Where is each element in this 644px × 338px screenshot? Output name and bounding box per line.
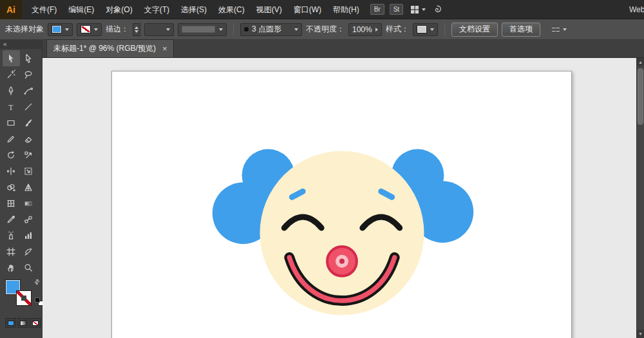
stroke-weight-stepper[interactable] xyxy=(133,23,140,36)
menu-edit[interactable]: 编辑(E) xyxy=(62,0,100,19)
variable-width-profile-dropdown[interactable]: 3 点圆形 xyxy=(240,23,302,36)
stroke-swatch[interactable] xyxy=(16,290,32,306)
color-mode-buttons xyxy=(5,318,42,328)
color-mode-button[interactable] xyxy=(5,318,16,328)
none-mode-button[interactable] xyxy=(30,318,41,328)
gradient-mode-button[interactable] xyxy=(17,318,28,328)
variable-width-profile-value: 3 点圆形 xyxy=(252,24,281,35)
style-label: 样式： xyxy=(386,24,409,35)
eyedropper-tool[interactable] xyxy=(3,211,20,227)
separator xyxy=(444,23,445,37)
stock-button[interactable]: St xyxy=(390,4,403,15)
opacity-value: 100% xyxy=(352,25,372,34)
panel-options-icon[interactable] xyxy=(551,24,567,35)
main-menu: 文件(F) 编辑(E) 对象(O) 文字(T) 选择(S) 效果(C) 视图(V… xyxy=(26,0,365,19)
fill-color-swatch xyxy=(52,25,62,33)
opacity-label: 不透明度： xyxy=(306,24,345,35)
style-dropdown[interactable] xyxy=(413,23,438,36)
stroke-hole xyxy=(21,296,26,301)
direct-selection-tool[interactable] xyxy=(20,50,37,66)
menu-window[interactable]: 窗口(W) xyxy=(288,0,327,19)
tools-panel: « T xyxy=(0,40,43,338)
column-graph-tool[interactable] xyxy=(20,227,37,243)
rotate-tool[interactable] xyxy=(3,147,20,163)
fill-color-dropdown[interactable] xyxy=(48,23,73,36)
tab-bar: 未标题-1* @ 96% (RGB/预览) × xyxy=(43,40,644,58)
artboard[interactable] xyxy=(111,71,572,338)
magic-wand-tool[interactable] xyxy=(3,66,20,82)
opacity-field[interactable]: 100% xyxy=(348,23,382,36)
pencil-tool[interactable] xyxy=(3,131,20,147)
menu-effect[interactable]: 效果(C) xyxy=(213,0,251,19)
gradient-tool[interactable] xyxy=(20,195,37,211)
zoom-tool[interactable] xyxy=(20,259,37,276)
fill-stroke-controls: ⇄ xyxy=(5,279,41,312)
eraser-tool[interactable] xyxy=(20,131,37,147)
canvas-area[interactable] xyxy=(43,58,636,338)
stroke-weight-dropdown[interactable] xyxy=(144,23,174,36)
clown-artwork xyxy=(112,71,573,338)
shape-builder-tool[interactable] xyxy=(3,179,20,195)
width-tool[interactable] xyxy=(3,163,20,179)
clown-nose-center-dot[interactable] xyxy=(339,259,345,264)
menu-help[interactable]: 帮助(H) xyxy=(327,0,365,19)
tools-grid: T xyxy=(3,50,40,276)
illustrator-window: Ai 文件(F) 编辑(E) 对象(O) 文字(T) 选择(S) 效果(C) 视… xyxy=(0,0,644,338)
preferences-button[interactable]: 首选项 xyxy=(502,23,540,37)
curvature-tool[interactable] xyxy=(20,82,37,99)
bridge-button[interactable]: Br xyxy=(370,4,384,15)
scale-tool[interactable] xyxy=(20,147,37,163)
stroke-weight-label: 描边： xyxy=(106,24,129,35)
menu-object[interactable]: 对象(O) xyxy=(100,0,138,19)
symbol-sprayer-tool[interactable] xyxy=(3,227,20,243)
swap-fill-stroke-icon[interactable]: ⇄ xyxy=(32,277,41,286)
blend-tool[interactable] xyxy=(20,211,37,227)
opacity-slider-arrow-icon[interactable] xyxy=(375,28,378,32)
mesh-tool[interactable] xyxy=(3,195,20,211)
scroll-up-icon[interactable]: ▲ xyxy=(637,58,644,66)
hand-tool[interactable] xyxy=(3,259,20,276)
brush-definition-dropdown[interactable] xyxy=(178,23,227,36)
scroll-down-icon[interactable]: ▼ xyxy=(637,330,644,338)
slice-tool[interactable] xyxy=(20,243,37,259)
stroke-none-swatch xyxy=(80,25,91,33)
cs-live-icon[interactable] xyxy=(432,5,442,15)
selection-tool[interactable] xyxy=(3,50,20,66)
style-swatch xyxy=(417,25,427,33)
paintbrush-tool[interactable] xyxy=(20,115,37,131)
perspective-grid-tool[interactable] xyxy=(20,179,37,195)
menu-file[interactable]: 文件(F) xyxy=(26,0,62,19)
line-segment-tool[interactable] xyxy=(20,99,37,115)
control-bar: 未选择对象 描边： 3 点圆形 不透明度： 100% 样式： 文档设置 首选项 xyxy=(0,19,644,40)
document-tab-title: 未标题-1* @ 96% (RGB/预览) xyxy=(53,43,156,54)
tab-close-icon[interactable]: × xyxy=(162,44,167,53)
collapse-panel-icon[interactable]: « xyxy=(0,40,42,49)
brush-preview xyxy=(182,26,215,33)
document-setup-button[interactable]: 文档设置 xyxy=(451,23,498,37)
pen-tool[interactable] xyxy=(3,82,20,99)
free-transform-tool[interactable] xyxy=(20,163,37,179)
svg-text:T: T xyxy=(8,102,14,111)
lasso-tool[interactable] xyxy=(20,66,37,82)
scrollbar-thumb[interactable] xyxy=(638,68,643,125)
menu-type[interactable]: 文字(T) xyxy=(138,0,175,19)
illustrator-logo-icon: Ai xyxy=(0,0,22,19)
stroke-color-dropdown[interactable] xyxy=(77,23,102,36)
arrange-documents-icon[interactable] xyxy=(410,5,426,15)
artboard-tool[interactable] xyxy=(3,243,20,259)
document-tab[interactable]: 未标题-1* @ 96% (RGB/预览) × xyxy=(46,39,174,57)
clown-face[interactable] xyxy=(260,151,424,315)
menu-view[interactable]: 视图(V) xyxy=(251,0,288,19)
separator xyxy=(233,23,234,37)
menu-bar: Ai 文件(F) 编辑(E) 对象(O) 文字(T) 选择(S) 效果(C) 视… xyxy=(0,0,644,19)
menu-select[interactable]: 选择(S) xyxy=(175,0,213,19)
workspace-switcher[interactable]: Web xyxy=(629,0,644,19)
vertical-scrollbar[interactable]: ▲ ▼ xyxy=(636,58,644,338)
rectangle-tool[interactable] xyxy=(3,115,20,131)
type-tool[interactable]: T xyxy=(3,99,20,115)
selection-status-label: 未选择对象 xyxy=(5,24,44,35)
brush-dot-icon xyxy=(244,27,249,32)
